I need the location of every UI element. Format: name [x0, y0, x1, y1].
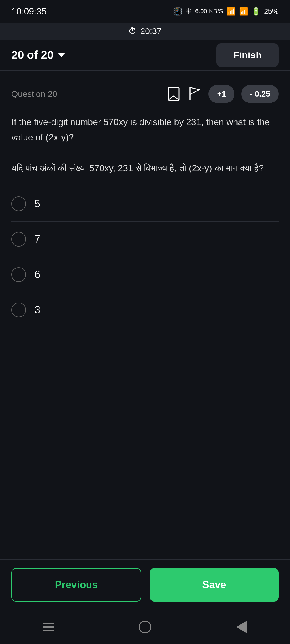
vibrate-icon: 📳 [173, 7, 182, 16]
list-item[interactable]: 7 [11, 222, 279, 257]
option-text-a: 5 [35, 198, 40, 210]
header: 20 of 20 Finish [0, 40, 290, 71]
score-positive-badge[interactable]: +1 [208, 85, 234, 103]
status-time: 10:09:35 [11, 6, 47, 17]
flag-icon[interactable] [187, 87, 202, 101]
home-circle-icon[interactable] [138, 620, 152, 634]
system-nav [0, 610, 290, 644]
option-text-d: 3 [35, 304, 40, 316]
chevron-down-icon[interactable] [58, 53, 65, 57]
question-actions: +1 - 0.25 [167, 85, 279, 103]
wifi-icon: 📶 [227, 7, 236, 16]
option-radio-c[interactable] [11, 267, 26, 282]
bottom-nav: Previous Save [0, 559, 290, 610]
list-item[interactable]: 6 [11, 257, 279, 292]
option-text-b: 7 [35, 233, 40, 245]
option-text-c: 6 [35, 269, 40, 281]
option-radio-a[interactable] [11, 196, 26, 211]
back-triangle-icon[interactable] [234, 620, 249, 634]
finish-button[interactable]: Finish [216, 43, 279, 67]
save-button[interactable]: Save [150, 568, 279, 602]
question-text-hi: यदि पांच अंकों की संख्या 570xy, 231 से व… [11, 163, 264, 173]
timer-bar: ⏱ 20:37 [0, 23, 290, 40]
network-speed: 6.00 KB/S [195, 8, 223, 15]
status-icons: 📳 ✳ 6.00 KB/S 📶 📶 🔋 25% [173, 7, 279, 16]
question-area: Question 20 +1 - 0.25 If the [0, 71, 290, 336]
hamburger-menu-icon[interactable] [41, 620, 56, 634]
timer-display: 20:37 [140, 26, 161, 36]
bookmark-icon[interactable] [167, 87, 181, 101]
question-text-en: If the five-digit number 570xy is divisi… [11, 117, 270, 142]
question-label: Question 20 [11, 89, 57, 99]
question-header: Question 20 +1 - 0.25 [11, 85, 279, 103]
score-negative-badge[interactable]: - 0.25 [241, 85, 279, 103]
battery-icon: 🔋 [251, 7, 261, 16]
previous-button[interactable]: Previous [11, 568, 141, 602]
list-item[interactable]: 3 [11, 292, 279, 328]
counter-text: 20 of 20 [11, 49, 54, 61]
options-list: 5 7 6 3 [11, 186, 279, 328]
battery-percent: 25% [264, 7, 279, 16]
option-radio-b[interactable] [11, 232, 26, 247]
status-bar: 10:09:35 📳 ✳ 6.00 KB/S 📶 📶 🔋 25% [0, 0, 290, 23]
bluetooth-icon: ✳ [185, 7, 192, 16]
timer-icon: ⏱ [128, 26, 137, 36]
option-radio-d[interactable] [11, 303, 26, 317]
list-item[interactable]: 5 [11, 186, 279, 222]
question-text: If the five-digit number 570xy is divisi… [11, 114, 279, 176]
signal-icon: 📶 [239, 7, 248, 16]
question-counter[interactable]: 20 of 20 [11, 49, 65, 61]
